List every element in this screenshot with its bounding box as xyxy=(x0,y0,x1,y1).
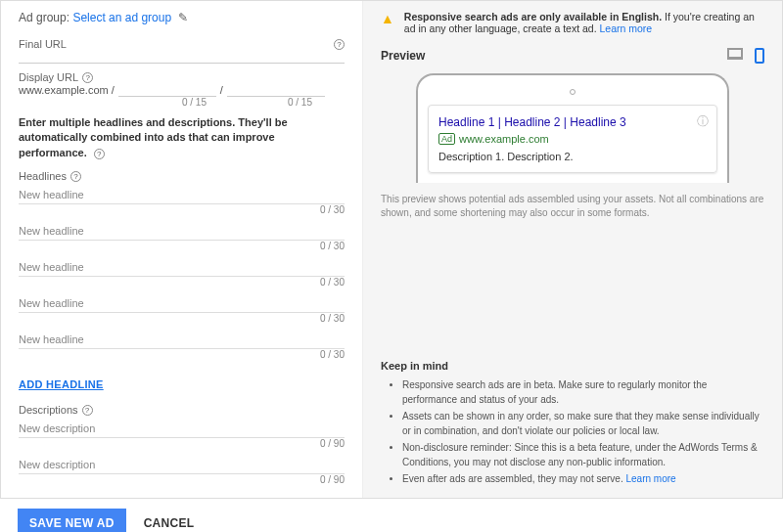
headline-input[interactable]: New headline0 / 30 xyxy=(19,290,345,313)
keep-in-mind-item: Non-disclosure reminder: Since this is a… xyxy=(402,440,764,469)
form-panel: Ad group: Select an ad group ✎ Final URL… xyxy=(1,1,363,498)
save-button[interactable]: SAVE NEW AD xyxy=(18,509,126,532)
ad-group-label: Ad group: xyxy=(19,11,69,24)
pencil-icon[interactable]: ✎ xyxy=(178,11,188,24)
keep-in-mind-item: Even after ads are assembled, they may n… xyxy=(402,471,764,486)
path-counters: 0 / 15 0 / 15 xyxy=(19,97,345,108)
keep-in-mind: Keep in mind Responsive search ads are i… xyxy=(381,348,764,488)
info-icon[interactable]: ⓘ xyxy=(697,113,709,130)
learn-more-link[interactable]: Learn more xyxy=(625,473,675,484)
description-input[interactable]: New description0 / 90 xyxy=(19,416,345,438)
footer-bar: SAVE NEW AD CANCEL xyxy=(0,499,783,532)
warning-icon: ▲ xyxy=(381,11,394,34)
preview-url: www.example.com xyxy=(459,133,549,145)
preview-note: This preview shows potential ads assembl… xyxy=(381,193,764,220)
hint-text: Enter multiple headlines and description… xyxy=(19,115,345,160)
phone-preview: ⓘ Headline 1 | Headline 2 | Headline 3 A… xyxy=(416,73,729,183)
ad-preview-card: ⓘ Headline 1 | Headline 2 | Headline 3 A… xyxy=(428,105,717,173)
description-input[interactable]: New description0 / 90 xyxy=(19,452,345,474)
preview-description: Description 1. Description 2. xyxy=(438,151,707,162)
display-url-row: www.example.com / / xyxy=(19,83,345,97)
learn-more-link[interactable]: Learn more xyxy=(600,22,653,34)
headline-input[interactable]: New headline0 / 30 xyxy=(19,254,345,277)
help-icon[interactable]: ? xyxy=(94,149,105,159)
desktop-icon[interactable] xyxy=(727,48,743,60)
final-url-input[interactable] xyxy=(19,50,345,64)
headline-input[interactable]: New headline0 / 30 xyxy=(19,218,345,241)
help-icon[interactable]: ? xyxy=(334,39,345,50)
path1-input[interactable] xyxy=(118,83,216,97)
ad-group-row: Ad group: Select an ad group ✎ xyxy=(19,11,345,24)
mobile-icon[interactable] xyxy=(755,48,764,64)
final-url-label: Final URL ? xyxy=(19,38,345,50)
headlines-label: Headlines ? xyxy=(19,170,345,182)
descriptions-label: Descriptions ? xyxy=(19,404,345,416)
phone-speaker-icon xyxy=(570,89,576,95)
warning-banner: ▲ Responsive search ads are only availab… xyxy=(381,11,764,34)
headline-input[interactable]: New headline0 / 30 xyxy=(19,327,345,349)
preview-title: Preview xyxy=(381,49,425,63)
preview-panel: ▲ Responsive search ads are only availab… xyxy=(363,1,782,498)
path2-input[interactable] xyxy=(227,83,325,97)
display-url-label: Display URL ? xyxy=(19,71,345,83)
keep-in-mind-item: Responsive search ads are in beta. Make … xyxy=(402,377,764,407)
ad-badge: Ad xyxy=(438,133,455,145)
cancel-button[interactable]: CANCEL xyxy=(144,516,195,530)
preview-headlines: Headline 1 | Headline 2 | Headline 3 xyxy=(438,115,707,129)
help-icon[interactable]: ? xyxy=(82,405,93,416)
help-icon[interactable]: ? xyxy=(82,72,93,83)
help-icon[interactable]: ? xyxy=(70,171,81,182)
add-headline-link[interactable]: ADD HEADLINE xyxy=(19,378,345,390)
keep-in-mind-item: Assets can be shown in any order, so mak… xyxy=(402,409,764,438)
ad-group-link[interactable]: Select an ad group xyxy=(72,11,171,24)
headline-input[interactable]: New headline0 / 30 xyxy=(19,182,345,204)
